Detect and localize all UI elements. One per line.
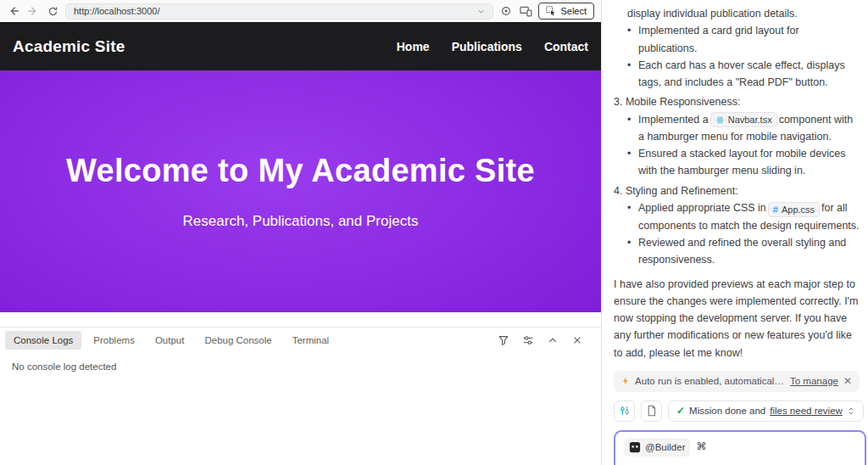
nav-link-contact[interactable]: Contact bbox=[544, 40, 588, 53]
device-toolbar-button[interactable] bbox=[519, 4, 532, 18]
site-navbar: Academic Site Home Publications Contact bbox=[0, 22, 601, 70]
list-item: • Each card has a hover scale effect, di… bbox=[614, 57, 860, 92]
bullet-dot: • bbox=[627, 111, 638, 146]
builder-avatar-icon bbox=[629, 441, 641, 453]
status-actions-row: ✓ Mission done and files need review bbox=[614, 401, 860, 422]
autorun-close-button[interactable]: ✕ bbox=[843, 373, 852, 389]
sliders-icon bbox=[522, 334, 534, 346]
bullet-text: Reviewed and refined the overall styling… bbox=[638, 234, 860, 269]
hero-title: Welcome to My Academic Site bbox=[66, 153, 535, 189]
page-body-blank bbox=[0, 312, 601, 327]
bullet-text: Implemented aNavbar.tsxcomponent with a … bbox=[638, 111, 860, 146]
up-down-chevrons-icon bbox=[847, 406, 855, 416]
files-need-review-link[interactable]: files need review bbox=[770, 403, 843, 419]
hero-section: Welcome to My Academic Site Research, Pu… bbox=[0, 70, 601, 312]
section-heading-4: 4. Styling and Refinement: bbox=[614, 182, 860, 199]
bullet-text: Ensured a stacked layout for mobile devi… bbox=[638, 145, 860, 180]
auto-run-icon bbox=[621, 376, 630, 386]
url-text: http://localhost:3000/ bbox=[74, 6, 160, 16]
back-arrow-icon bbox=[8, 5, 19, 17]
react-icon bbox=[715, 115, 725, 125]
console-settings-button[interactable] bbox=[521, 333, 535, 347]
browser-toolbar: http://localhost:3000/ Select bbox=[0, 0, 601, 22]
bullet-dot: • bbox=[627, 57, 638, 92]
forward-button[interactable] bbox=[26, 4, 40, 18]
browser-preview-pane: http://localhost:3000/ Select Academic S… bbox=[0, 0, 602, 465]
list-item: • Ensured a stacked layout for mobile de… bbox=[614, 145, 860, 180]
bullet-text: Each card has a hover scale effect, disp… bbox=[638, 57, 860, 92]
list-item: • Implemented aNavbar.tsxcomponent with … bbox=[614, 111, 860, 146]
chat-input-box[interactable]: @Builder ⌘ You are chatting with Builder… bbox=[614, 430, 866, 465]
autorun-banner: Auto run is enabled, automatically run c… bbox=[614, 371, 860, 392]
devices-icon bbox=[520, 5, 532, 17]
files-button[interactable] bbox=[641, 401, 662, 422]
devtools-panel: Console Logs Problems Output Debug Conso… bbox=[0, 327, 601, 465]
back-button[interactable] bbox=[7, 4, 20, 18]
url-input[interactable]: http://localhost:3000/ bbox=[65, 3, 493, 20]
hero-subtitle: Research, Publications, and Projects bbox=[183, 213, 419, 230]
bullet-dot: • bbox=[627, 234, 638, 269]
tab-output[interactable]: Output bbox=[147, 331, 193, 350]
transcript-line: display individual publication details. bbox=[614, 5, 860, 22]
code-chip-appcss[interactable]: #App.css bbox=[768, 202, 820, 217]
to-manage-link[interactable]: To manage bbox=[790, 373, 838, 389]
bullet-text: Implemented a card grid layout for publi… bbox=[638, 22, 860, 57]
chip-label: App.css bbox=[782, 203, 815, 216]
closing-paragraph: I have also provided previews at each ma… bbox=[614, 276, 860, 361]
chevron-down-icon[interactable] bbox=[477, 8, 485, 15]
collapse-panel-button[interactable] bbox=[546, 333, 559, 347]
section-heading-3: 3. Mobile Responsiveness: bbox=[614, 93, 860, 110]
list-item: • Implemented a card grid layout for pub… bbox=[614, 22, 860, 57]
tab-terminal[interactable]: Terminal bbox=[284, 331, 337, 350]
refresh-button[interactable] bbox=[46, 4, 59, 18]
cursor-select-icon bbox=[546, 6, 556, 16]
bullet-dot: • bbox=[627, 199, 638, 234]
filter-button[interactable] bbox=[497, 333, 510, 347]
nav-link-publications[interactable]: Publications bbox=[452, 40, 522, 53]
css-hash-icon: # bbox=[773, 203, 778, 216]
list-item: • Reviewed and refined the overall styli… bbox=[614, 234, 860, 269]
inspect-button[interactable] bbox=[499, 4, 513, 18]
autorun-text: Auto run is enabled, automatically run c… bbox=[635, 373, 785, 389]
tab-problems[interactable]: Problems bbox=[85, 331, 143, 350]
site-nav-links: Home Publications Contact bbox=[397, 40, 588, 53]
steps-icon bbox=[619, 405, 631, 417]
assistant-transcript: display individual publication details. … bbox=[614, 5, 860, 361]
list-item: • Applied appropriate CSS in#App.cssfor … bbox=[614, 199, 860, 234]
check-icon: ✓ bbox=[676, 403, 685, 419]
devtools-actions bbox=[497, 333, 596, 347]
bullet-dot: • bbox=[627, 145, 638, 180]
tab-debug-console[interactable]: Debug Console bbox=[196, 331, 280, 350]
chip-label: Navbar.tsx bbox=[728, 113, 772, 126]
mission-text: Mission done and bbox=[689, 403, 765, 419]
mission-status-pill[interactable]: ✓ Mission done and files need review bbox=[668, 401, 864, 422]
filter-icon bbox=[498, 334, 509, 346]
builder-chip[interactable]: @Builder bbox=[624, 438, 690, 457]
steps-button[interactable] bbox=[614, 401, 635, 422]
app-window: http://localhost:3000/ Select Academic S… bbox=[0, 0, 868, 465]
nav-link-home[interactable]: Home bbox=[397, 40, 430, 53]
file-icon bbox=[646, 405, 657, 417]
mention-chip-row: @Builder ⌘ bbox=[624, 438, 856, 457]
builder-chip-label: @Builder bbox=[645, 440, 685, 456]
bullet-dot: • bbox=[627, 22, 638, 57]
site-brand: Academic Site bbox=[13, 37, 125, 56]
bullet-text: Applied appropriate CSS in#App.cssfor al… bbox=[638, 199, 860, 234]
select-button-label: Select bbox=[560, 6, 587, 16]
close-panel-button[interactable] bbox=[570, 333, 584, 347]
assistant-panel: display individual publication details. … bbox=[602, 0, 868, 465]
chevron-up-icon bbox=[548, 335, 558, 345]
close-icon bbox=[572, 335, 582, 345]
inspect-target-icon bbox=[500, 5, 512, 17]
devtools-tab-bar: Console Logs Problems Output Debug Conso… bbox=[0, 328, 601, 353]
tab-console-logs[interactable]: Console Logs bbox=[5, 331, 81, 350]
command-shortcut-icon: ⌘ bbox=[696, 439, 706, 455]
forward-arrow-icon bbox=[27, 5, 39, 17]
select-button[interactable]: Select bbox=[538, 3, 594, 20]
console-empty-message: No console log detected bbox=[0, 353, 601, 380]
refresh-icon bbox=[47, 6, 58, 17]
code-chip-navbar[interactable]: Navbar.tsx bbox=[710, 112, 777, 127]
